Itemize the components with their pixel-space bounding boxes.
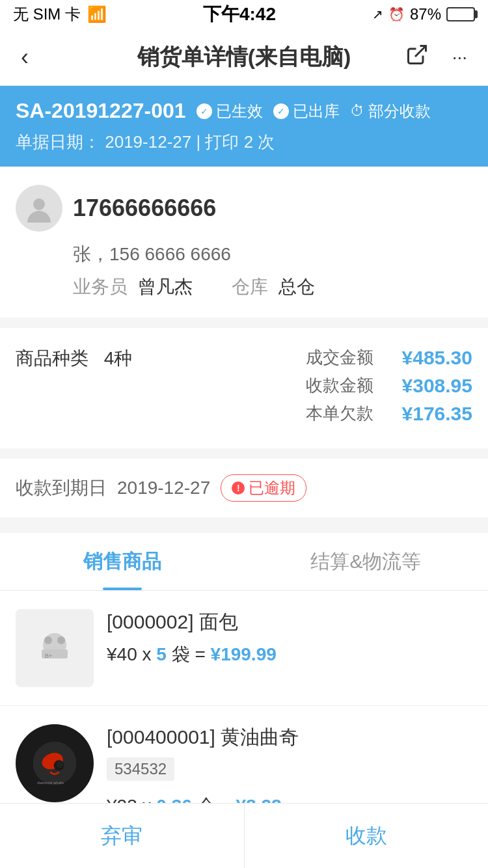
product-types-item: 商品种类 4种 — [16, 346, 132, 371]
wifi-icon: 📶 — [87, 5, 107, 23]
check-icon-2: ✓ — [273, 103, 289, 119]
due-date-value: 2019-12-27 — [117, 478, 210, 498]
product-price-1: ¥40 x 5 袋 = ¥199.99 — [107, 642, 472, 667]
carrier-text: 无 SIM 卡 — [13, 4, 81, 25]
received-value: ¥308.95 — [381, 375, 472, 397]
order-header: SA-20191227-001 ✓ 已生效 ✓ 已出库 ⏱ 部分收款 单据日期：… — [0, 86, 488, 167]
product-name-2: [000400001] 黄油曲奇 — [107, 724, 472, 751]
collect-payment-button[interactable]: 收款 — [245, 804, 489, 868]
bottom-action-bar: 弃审 收款 — [0, 803, 488, 868]
salesperson-label: 业务员 — [73, 277, 128, 297]
warehouse-label: 仓库 — [232, 277, 268, 297]
product-thumbnail-1: B+ — [16, 609, 94, 687]
received-row: 收款金额 ¥308.95 — [306, 374, 472, 397]
svg-text:B+: B+ — [45, 653, 52, 659]
overdue-badge: ! 已逾期 — [221, 474, 306, 502]
debt-row: 本单欠款 ¥176.35 — [306, 402, 472, 425]
tabs-row: 销售商品 结算&物流等 — [0, 533, 488, 590]
print-suffix: 次 — [258, 132, 275, 152]
salesperson-value: 曾凡杰 — [138, 277, 193, 297]
share-button[interactable] — [400, 38, 434, 76]
product-code-2: [000400001] — [107, 726, 215, 748]
list-item: B+ [0000002] 面包 ¥40 x 5 袋 = ¥199.99 — [0, 591, 488, 706]
cancel-review-button[interactable]: 弃审 — [0, 804, 245, 868]
order-id: SA-20191227-001 — [16, 99, 186, 123]
product-code-1: [0000002] — [107, 611, 193, 632]
clock-icon: ⏱ — [350, 103, 364, 120]
summary-left: 商品种类 4种 — [16, 346, 132, 375]
price-mult-1: x — [142, 644, 157, 664]
nav-actions: ··· — [400, 38, 472, 76]
order-date-value: 2019-12-27 — [105, 132, 191, 152]
product-thumbnail-2: diamond whafe — [16, 724, 94, 802]
price-total-1: ¥199.99 — [211, 644, 277, 664]
product-title-1: 面包 — [199, 611, 238, 632]
svg-point-3 — [44, 636, 52, 644]
debt-value: ¥176.35 — [381, 403, 472, 425]
status-left: 无 SIM 卡 📶 — [13, 4, 107, 25]
summary-section: 商品种类 4种 成交金额 ¥485.30 收款金额 ¥308.95 本单欠款 ¥… — [0, 328, 488, 448]
svg-point-11 — [57, 761, 64, 768]
product-info-1: [0000002] 面包 ¥40 x 5 袋 = ¥199.99 — [107, 609, 472, 687]
collect-payment-label: 收款 — [346, 822, 387, 850]
customer-name-phone: 张，156 6666 6666 — [16, 242, 472, 267]
product-name-1: [0000002] 面包 — [107, 609, 472, 636]
cancel-review-label: 弃审 — [101, 822, 142, 850]
back-button[interactable]: ‹ — [16, 38, 34, 76]
status-effective: ✓ 已生效 — [197, 101, 263, 122]
status-shipped: ✓ 已出库 — [273, 101, 340, 122]
status-shipped-label: 已出库 — [293, 101, 340, 122]
received-label: 收款金额 — [306, 374, 373, 397]
price-qty-1: 5 — [156, 644, 167, 664]
more-button[interactable]: ··· — [447, 42, 472, 73]
debt-label: 本单欠款 — [306, 402, 373, 425]
due-label: 收款到期日 — [16, 476, 107, 500]
customer-section: 17666666666 张，156 6666 6666 业务员 曾凡杰 仓库 总… — [0, 167, 488, 318]
overdue-text: 已逾期 — [249, 478, 295, 498]
customer-phone: 17666666666 — [73, 195, 216, 222]
tab-settlement-label: 结算&物流等 — [310, 549, 421, 575]
price-unit-1: 袋 — [172, 644, 190, 664]
amount-value: ¥485.30 — [381, 347, 472, 369]
svg-point-4 — [57, 636, 65, 644]
location-icon: ↗ — [372, 7, 383, 22]
price-eq-1: = — [195, 644, 210, 664]
amount-row: 成交金额 ¥485.30 — [306, 346, 472, 369]
customer-row: 17666666666 — [16, 185, 472, 232]
status-partial-label: 部分收款 — [368, 101, 431, 122]
overdue-icon: ! — [232, 481, 245, 495]
print-count: 2 — [244, 132, 253, 152]
separator-1 — [0, 522, 488, 533]
tab-underline — [103, 588, 142, 590]
status-partial: ⏱ 部分收款 — [350, 101, 431, 122]
products-section: B+ [0000002] 面包 ¥40 x 5 袋 = ¥199.99 — [0, 591, 488, 837]
nav-bar: ‹ 销货单详情(来自电脑) ··· — [0, 29, 488, 86]
summary-right: 成交金额 ¥485.30 收款金额 ¥308.95 本单欠款 ¥176.35 — [306, 346, 472, 430]
svg-point-1 — [33, 198, 45, 210]
check-icon-1: ✓ — [197, 103, 212, 119]
battery-icon — [446, 7, 475, 21]
warehouse-item: 仓库 总仓 — [232, 275, 315, 299]
date-label: 单据日期： — [16, 132, 100, 152]
battery-percent: 87% — [410, 5, 441, 23]
warehouse-value: 总仓 — [278, 277, 315, 297]
product-sku-2: 534532 — [107, 757, 174, 781]
svg-line-0 — [415, 46, 426, 57]
avatar — [16, 185, 62, 232]
salesperson-item: 业务员 曾凡杰 — [73, 275, 193, 299]
customer-meta: 业务员 曾凡杰 仓库 总仓 — [16, 275, 472, 299]
tab-sales-label: 销售商品 — [83, 549, 161, 575]
order-date-row: 单据日期： 2019-12-27 | 打印 2 次 — [16, 131, 472, 154]
tab-sales-products[interactable]: 销售商品 — [0, 533, 244, 590]
due-section: 收款到期日 2019-12-27 ! 已逾期 — [0, 459, 488, 517]
status-time: 下午4:42 — [203, 2, 276, 27]
nav-title: 销货单详情(来自电脑) — [137, 42, 351, 72]
svg-text:diamond whafe: diamond whafe — [37, 781, 64, 785]
product-title-2: 黄油曲奇 — [221, 726, 299, 748]
order-header-top: SA-20191227-001 ✓ 已生效 ✓ 已出库 ⏱ 部分收款 — [16, 99, 472, 123]
alarm-icon: ⏰ — [388, 7, 405, 22]
product-types-label: 商品种类 — [16, 348, 88, 368]
tab-settlement[interactable]: 结算&物流等 — [244, 533, 488, 590]
summary-row: 商品种类 4种 成交金额 ¥485.30 收款金额 ¥308.95 本单欠款 ¥… — [16, 346, 472, 430]
amount-label: 成交金额 — [306, 346, 373, 369]
